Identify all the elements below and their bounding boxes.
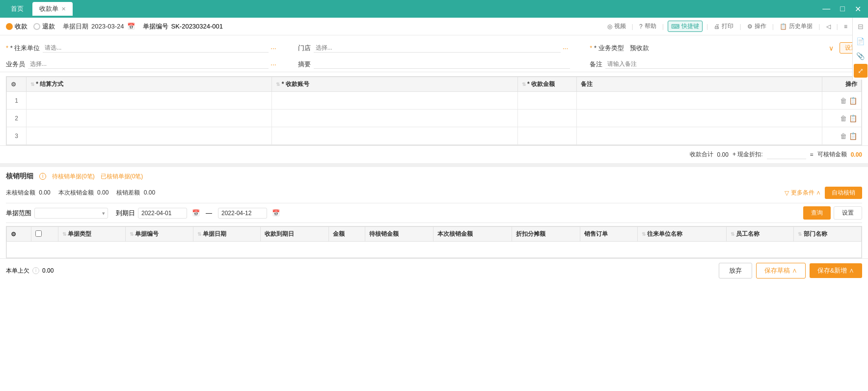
verify-tab-pending[interactable]: 待核销单据(0笔) — [52, 172, 95, 181]
more-filter-btn[interactable]: ▽ 更多条件 ∧ — [785, 189, 821, 197]
account-input[interactable] — [276, 133, 513, 140]
store-input[interactable] — [314, 43, 561, 53]
delete-icon[interactable]: 🗑 — [840, 114, 847, 122]
cal-start-icon[interactable]: 📅 — [192, 209, 200, 217]
summary-input[interactable] — [314, 59, 570, 69]
unverified-stat: 未核销金额 0.00 — [6, 189, 51, 197]
video-btn[interactable]: ◎ 视频 — [605, 21, 628, 31]
salesperson-more-btn[interactable]: ··· — [269, 60, 278, 68]
radio-refund[interactable]: 退款 — [33, 22, 55, 31]
settlement-input[interactable] — [30, 97, 268, 104]
tab-home[interactable]: 首页 — [4, 2, 30, 16]
auto-verify-btn[interactable]: 自动核销 — [825, 187, 862, 199]
doc-number-value: SK-20230324-001 — [171, 23, 223, 30]
current-value: 0.00 — [97, 189, 108, 196]
row-remark[interactable] — [576, 127, 822, 145]
copy-icon[interactable]: 📋 — [849, 114, 857, 122]
remark-input[interactable] — [581, 133, 818, 140]
select-all-checkbox[interactable] — [35, 230, 42, 237]
remark-input[interactable] — [605, 59, 862, 69]
settlement-input[interactable] — [30, 115, 268, 122]
remark-input[interactable] — [581, 97, 818, 104]
bth-discount-label: 折扣分摊额 — [516, 230, 545, 237]
sidebar-doc-icon[interactable]: 📄 — [854, 34, 868, 48]
radio-receipt[interactable]: 收款 — [6, 22, 27, 31]
amount-input[interactable] — [522, 97, 572, 104]
row-account[interactable] — [272, 92, 517, 110]
amount-input[interactable] — [522, 115, 572, 122]
filter-settings-btn[interactable]: 设置 — [834, 206, 862, 220]
close-btn[interactable]: ✕ — [852, 3, 864, 15]
toolbar-row: 收款 退款 单据日期 2023-03-24 📅 单据编号 SK-20230324… — [0, 18, 868, 35]
current-order-info-icon[interactable]: i — [32, 267, 39, 274]
store-more-btn[interactable]: ··· — [561, 44, 570, 52]
delete-icon[interactable]: 🗑 — [840, 97, 847, 105]
operation-btn[interactable]: ⚙ 操作 — [745, 21, 768, 31]
bth-gear[interactable]: ⚙ — [7, 227, 31, 242]
row-account[interactable] — [272, 110, 517, 127]
counterpart-more-btn[interactable]: ··· — [269, 44, 278, 52]
draft-btn[interactable]: 保存草稿 ∧ — [756, 263, 806, 279]
abandon-btn[interactable]: 放弃 — [719, 263, 752, 279]
minimize-btn[interactable]: — — [819, 3, 833, 14]
query-btn[interactable]: 查询 — [803, 206, 831, 220]
discount-input[interactable] — [767, 150, 806, 159]
business-type-group: * 业务类型 预收款 ∨ 设置 — [590, 42, 862, 54]
tab-receipt[interactable]: 收款单 ✕ — [32, 2, 73, 16]
row-settlement[interactable] — [27, 127, 272, 145]
copy-icon[interactable]: 📋 — [849, 97, 857, 105]
row-settlement[interactable] — [27, 110, 272, 127]
print-btn[interactable]: 🖨 打印 — [712, 21, 735, 31]
due-date-start-input[interactable] — [138, 208, 187, 219]
row-settlement[interactable] — [27, 92, 272, 110]
th-action-label: 操作 — [845, 81, 857, 87]
business-type-dropdown[interactable]: ∨ — [827, 44, 836, 52]
maximize-btn[interactable]: □ — [837, 3, 848, 14]
th-account: ⇅ * 收款账号 — [272, 77, 517, 92]
prev-btn[interactable]: ◁ — [824, 22, 833, 31]
copy-icon[interactable]: 📋 — [849, 132, 857, 140]
gear-icon[interactable]: ⚙ — [11, 81, 16, 88]
sidebar-expand-icon[interactable]: ⤢ — [854, 64, 868, 78]
row-amount[interactable] — [517, 92, 576, 110]
account-input[interactable] — [276, 97, 513, 104]
tab-close-icon[interactable]: ✕ — [61, 6, 66, 12]
due-date-end-input[interactable] — [218, 208, 267, 219]
bth-checkbox[interactable] — [31, 227, 58, 242]
th-gear[interactable]: ⚙ — [7, 77, 27, 92]
window-controls: — □ ✕ — [819, 3, 864, 15]
sidebar-clip-icon[interactable]: 📎 — [854, 49, 868, 63]
row-amount[interactable] — [517, 110, 576, 127]
verify-stats-left: 未核销金额 0.00 本次核销金额 0.00 核销差额 0.00 — [6, 189, 155, 197]
doc-number-field: 单据编号 SK-20230324-001 — [143, 22, 223, 31]
field-row-1: * 往来单位 ··· 门店 ··· * 业务类型 预收款 ∨ 设置 — [6, 39, 862, 56]
remark-input[interactable] — [581, 115, 818, 122]
right-sidebar: ⊟ 📄 📎 ⤢ — [852, 18, 868, 80]
settlement-input[interactable] — [30, 133, 268, 140]
help-btn[interactable]: ? 帮助 — [637, 21, 658, 31]
row-remark[interactable] — [576, 110, 822, 127]
verify-info-icon[interactable]: i — [39, 173, 46, 180]
save-new-btn[interactable]: 保存&新增 ∧ — [810, 263, 862, 278]
doc-range-select[interactable] — [34, 208, 108, 219]
date-calendar-icon[interactable]: 📅 — [127, 23, 135, 30]
amount-input[interactable] — [522, 133, 572, 140]
account-input[interactable] — [276, 115, 513, 122]
cal-end-icon[interactable]: 📅 — [272, 209, 280, 217]
history-btn[interactable]: 📋 历史单据 — [778, 21, 814, 31]
date-value[interactable]: 2023-03-24 — [91, 23, 124, 30]
row-remark[interactable] — [576, 92, 822, 110]
row-amount[interactable] — [517, 127, 576, 145]
video-label: 视频 — [614, 22, 626, 30]
sidebar-table-icon[interactable]: ⊟ — [854, 20, 868, 33]
bth-counterpart: ⇅ 往来单位名称 — [637, 227, 726, 242]
counterpart-input[interactable] — [43, 43, 269, 53]
shortcut-btn[interactable]: ⌨ 快捷键 — [668, 21, 703, 32]
salesperson-input[interactable] — [28, 59, 269, 69]
verify-tab-done[interactable]: 已核销单据(0笔) — [101, 172, 143, 181]
delete-icon[interactable]: 🗑 — [840, 132, 847, 140]
list-view-btn[interactable]: ≡ — [842, 22, 849, 31]
print-label: 打印 — [722, 22, 733, 30]
history-icon: 📋 — [780, 23, 787, 30]
row-account[interactable] — [272, 127, 517, 145]
